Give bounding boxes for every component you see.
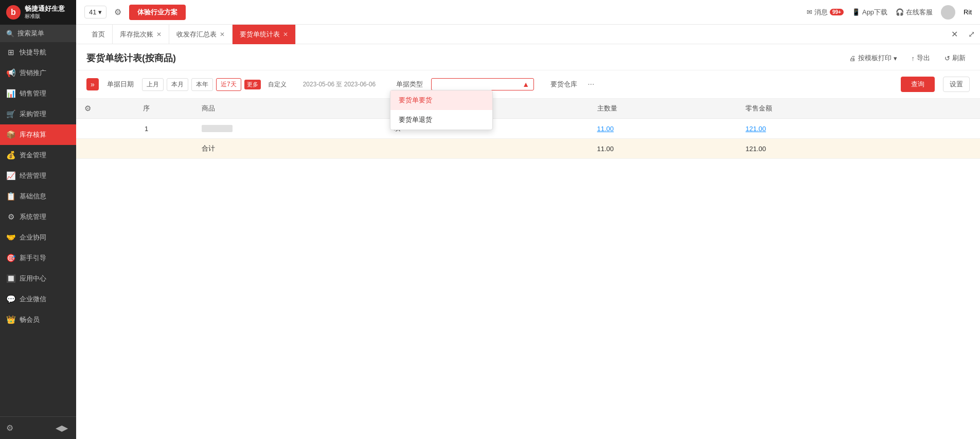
dropdown-item-order-goods[interactable]: 要货单要货: [390, 90, 492, 110]
tab-inventory-batch[interactable]: 库存批次账 ✕: [113, 25, 169, 44]
query-button[interactable]: 查询: [901, 77, 935, 92]
sidebar-item-wechat[interactable]: 💬 企业微信: [0, 289, 76, 309]
expand-icon: »: [91, 80, 95, 88]
refresh-btn[interactable]: ↺ 刷新: [940, 51, 970, 65]
table-footer: 合计 11.00 121.00: [76, 139, 980, 159]
sidebar-item-label: 快捷导航: [20, 48, 46, 57]
cell-amount: 121.00: [737, 119, 913, 139]
date-custom[interactable]: 自定义: [264, 79, 291, 90]
date-last-month[interactable]: 上月: [142, 78, 164, 91]
app-download-label: App下载: [862, 8, 887, 17]
type-input[interactable]: [436, 81, 522, 88]
messages-action[interactable]: ✉ 消息 99+: [807, 8, 844, 17]
refresh-icon: ↺: [945, 54, 950, 62]
quick-nav-icon: ⊞: [6, 48, 15, 57]
dropdown-item-order-return[interactable]: 要货单退货: [390, 110, 492, 130]
amount-link[interactable]: 121.00: [745, 125, 766, 133]
header-settings-btn[interactable]: ⚙: [111, 5, 125, 20]
sidebar-item-purchase[interactable]: 🛒 采购管理: [0, 104, 76, 124]
th-qty: 主数量: [589, 99, 738, 119]
sales-icon: 📊: [6, 89, 15, 98]
settings-filter-button[interactable]: 设置: [943, 77, 970, 92]
sidebar-item-vip[interactable]: 👑 畅会员: [0, 309, 76, 330]
cell-qty: 11.00: [589, 119, 738, 139]
page-actions: 🖨 按模板打印 ▾ ↑ 导出 ↺ 刷新: [845, 51, 970, 65]
sidebar-collapse-btn[interactable]: ◀▶: [54, 422, 70, 434]
cell-extra: [913, 119, 980, 139]
tab-bar-end: ✕ ⤢: [946, 25, 980, 44]
cell-row-check: [76, 119, 99, 139]
th-amount: 零售金额: [737, 99, 913, 119]
sidebar-item-marketing[interactable]: 📢 营销推广: [0, 63, 76, 83]
sidebar-item-label: 库存核算: [20, 130, 46, 139]
cell-index: 1: [99, 119, 193, 139]
tab-home[interactable]: 首页: [84, 25, 113, 44]
print-label: 按模板打印: [858, 53, 892, 63]
warehouse-label: 要货仓库: [550, 80, 577, 89]
app-download-action[interactable]: 📱 App下载: [852, 8, 887, 17]
content: 要货单统计表(按商品) 🖨 按模板打印 ▾ ↑ 导出 ↺ 刷新: [76, 44, 980, 439]
store-selector[interactable]: 41 ▾: [84, 6, 106, 19]
sidebar-item-operations[interactable]: 📈 经营管理: [0, 166, 76, 186]
export-icon: ↑: [912, 54, 915, 62]
main-area: 41 ▾ ⚙ 体验行业方案 ✉ 消息 99+ 📱 App下载 🎧 在线客服 Ri…: [76, 0, 980, 439]
date-label: 单据日期: [107, 80, 134, 89]
type-chevron-up-icon[interactable]: ▲: [522, 80, 529, 88]
qty-link[interactable]: 11.00: [597, 125, 614, 133]
date-more-badge[interactable]: 更多: [244, 80, 261, 89]
phone-icon: 📱: [852, 8, 860, 16]
settings-bottom-icon[interactable]: ⚙: [6, 423, 13, 433]
search-icon: 🔍: [6, 30, 14, 38]
sidebar-item-apps[interactable]: 🔲 应用中心: [0, 268, 76, 289]
gear-icon[interactable]: ⚙: [84, 104, 91, 113]
tab-shipreceive-close[interactable]: ✕: [220, 31, 225, 38]
product-placeholder: [202, 125, 233, 132]
basic-icon: 📋: [6, 192, 15, 201]
cell-product: [193, 119, 386, 139]
filter-row: » 单据日期 上月 本月 本年 近7天 更多 自定义 2023-05-06 至 …: [76, 70, 980, 99]
sidebar-item-quick-nav[interactable]: ⊞ 快捷导航: [0, 42, 76, 63]
user-name: Rit: [964, 8, 972, 16]
th-settings[interactable]: ⚙: [76, 99, 99, 119]
warehouse-more-btn[interactable]: ···: [587, 80, 594, 89]
tab-order-stats-close[interactable]: ✕: [283, 31, 288, 38]
tab-order-stats[interactable]: 要货单统计表 ✕: [233, 25, 296, 44]
print-btn[interactable]: 🖨 按模板打印 ▾: [845, 51, 901, 65]
footer-qty: 11.00: [589, 139, 738, 159]
sidebar-item-coop[interactable]: 🤝 企业协同: [0, 227, 76, 248]
sidebar-item-finance[interactable]: 💰 资金管理: [0, 145, 76, 166]
trial-button[interactable]: 体验行业方案: [129, 5, 186, 20]
messages-label: 消息: [814, 8, 828, 17]
footer-empty3: [386, 139, 589, 159]
wechat-icon: 💬: [6, 295, 15, 304]
tab-close-all-btn[interactable]: ✕: [946, 25, 963, 44]
sidebar-item-sales[interactable]: 📊 销售管理: [0, 83, 76, 104]
sidebar-item-system[interactable]: ⚙ 系统管理: [0, 207, 76, 227]
table-row: 1 块 11.00 121.00: [76, 119, 980, 139]
expand-btn[interactable]: »: [86, 78, 99, 90]
tab-shipreceive[interactable]: 收发存汇总表 ✕: [169, 25, 233, 44]
export-btn[interactable]: ↑ 导出: [907, 51, 935, 65]
avatar[interactable]: [941, 5, 955, 20]
sidebar: b 畅捷通好生意 标准版 🔍 搜索菜单 ⊞ 快捷导航 📢 营销推广 📊 销售管理…: [0, 0, 76, 439]
sidebar-item-label: 应用中心: [20, 274, 46, 283]
date-buttons: 上月 本月 本年 近7天 更多 自定义: [142, 78, 291, 91]
tab-shipreceive-label: 收发存汇总表: [176, 30, 217, 39]
page-title: 要货单统计表(按商品): [86, 52, 176, 64]
type-dropdown: 要货单要货 要货单退货: [390, 90, 493, 130]
footer-label: 合计: [193, 139, 386, 159]
online-service-action[interactable]: 🎧 在线客服: [896, 8, 933, 17]
page-container: 要货单统计表(按商品) 🖨 按模板打印 ▾ ↑ 导出 ↺ 刷新: [76, 44, 980, 439]
sidebar-item-guide[interactable]: 🎯 新手引导: [0, 248, 76, 268]
vip-icon: 👑: [6, 315, 15, 324]
sidebar-item-inventory[interactable]: 📦 库存核算: [0, 124, 76, 145]
tab-fullscreen-btn[interactable]: ⤢: [963, 25, 980, 44]
search-menu[interactable]: 🔍 搜索菜单: [0, 25, 76, 42]
date-last-7-days[interactable]: 近7天: [216, 78, 241, 91]
header-right: ✉ 消息 99+ 📱 App下载 🎧 在线客服 Rit: [807, 5, 972, 20]
date-this-year[interactable]: 本年: [191, 78, 213, 91]
sidebar-item-basic[interactable]: 📋 基础信息: [0, 186, 76, 207]
sidebar-item-label: 营销推广: [20, 68, 46, 78]
tab-inventory-batch-close[interactable]: ✕: [156, 31, 162, 38]
date-this-month[interactable]: 本月: [167, 78, 188, 91]
